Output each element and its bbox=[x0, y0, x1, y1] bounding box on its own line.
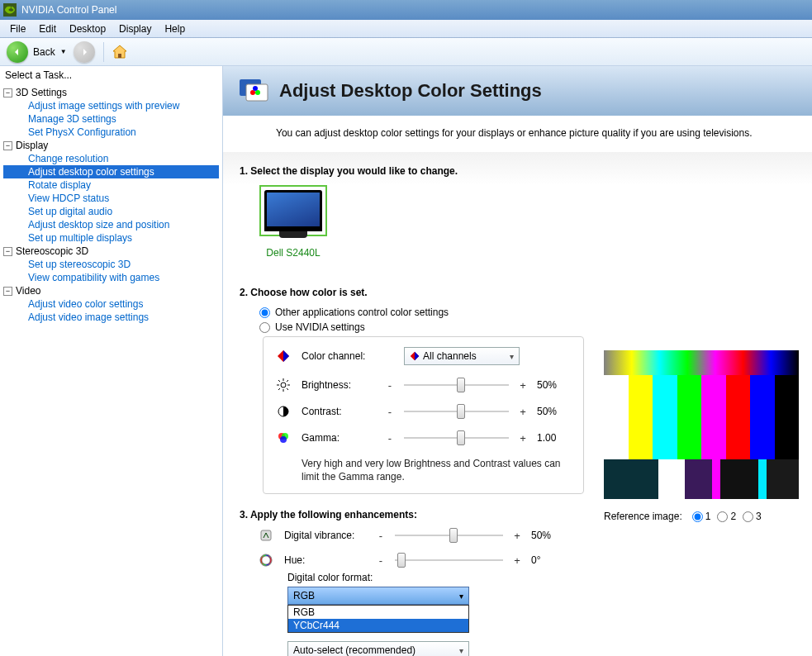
collapse-icon[interactable]: − bbox=[3, 247, 12, 256]
dynamic-range-select[interactable]: Auto-select (recommended) bbox=[287, 641, 469, 656]
contrast-plus[interactable]: + bbox=[517, 406, 529, 418]
gamma-label: Gamma: bbox=[302, 432, 376, 444]
tree-category[interactable]: −Video bbox=[3, 284, 219, 297]
contrast-slider[interactable] bbox=[404, 411, 509, 412]
tree-category[interactable]: −Display bbox=[3, 139, 219, 152]
back-label: Back bbox=[33, 46, 55, 58]
menu-desktop[interactable]: Desktop bbox=[63, 21, 112, 37]
tree-item[interactable]: Adjust desktop color settings bbox=[3, 165, 219, 178]
svg-point-3 bbox=[250, 90, 255, 95]
tree-category[interactable]: −3D Settings bbox=[3, 86, 219, 99]
gamma-icon bbox=[277, 431, 290, 444]
page-header-icon bbox=[236, 74, 269, 107]
collapse-icon[interactable]: − bbox=[3, 141, 12, 150]
svg-point-22 bbox=[280, 436, 287, 443]
radio-other-apps-label: Other applications control color setting… bbox=[275, 307, 449, 318]
svg-point-25 bbox=[261, 555, 271, 565]
tree-item[interactable]: Set up stereoscopic 3D bbox=[3, 258, 219, 271]
brightness-icon bbox=[277, 378, 290, 392]
step1-heading: 1. Select the display you would like to … bbox=[240, 165, 584, 177]
display-label: Dell S2440L bbox=[259, 247, 327, 259]
digital-vibrance-label: Digital vibrance: bbox=[284, 530, 367, 541]
gamma-minus[interactable]: - bbox=[384, 432, 396, 444]
svg-marker-9 bbox=[415, 352, 419, 361]
menu-edit[interactable]: Edit bbox=[32, 21, 63, 37]
reference-image-option-2[interactable]: 2 bbox=[717, 511, 736, 522]
svg-line-15 bbox=[278, 380, 280, 382]
window-title: NVIDIA Control Panel bbox=[21, 4, 116, 16]
vibrance-plus[interactable]: + bbox=[511, 530, 523, 542]
tree-item[interactable]: Adjust image settings with preview bbox=[3, 99, 219, 112]
hue-value: 0° bbox=[531, 554, 564, 566]
menu-display[interactable]: Display bbox=[112, 21, 158, 37]
tree-item[interactable]: Adjust video color settings bbox=[3, 297, 219, 311]
reference-image-preview bbox=[604, 350, 799, 499]
contrast-minus[interactable]: - bbox=[384, 406, 396, 418]
tree-item[interactable]: View HDCP status bbox=[3, 192, 219, 205]
radio-other-apps-input[interactable] bbox=[259, 307, 270, 318]
gamma-plus[interactable]: + bbox=[517, 432, 529, 444]
color-channel-select[interactable]: All channels bbox=[404, 347, 520, 365]
forward-button[interactable] bbox=[74, 41, 95, 63]
vibrance-slider[interactable] bbox=[395, 535, 503, 536]
page-header: Adjust Desktop Color Settings bbox=[223, 66, 812, 116]
radio-use-nvidia[interactable]: Use NVIDIA settings bbox=[259, 321, 584, 333]
radio-use-nvidia-input[interactable] bbox=[259, 322, 270, 333]
back-history-dropdown[interactable]: ▼ bbox=[60, 48, 67, 55]
svg-marker-7 bbox=[283, 350, 289, 362]
color-channel-value: All channels bbox=[423, 350, 477, 362]
brightness-label: Brightness: bbox=[302, 379, 376, 391]
home-button[interactable] bbox=[111, 43, 129, 61]
task-sidebar-header: Select a Task... bbox=[0, 66, 222, 84]
svg-point-4 bbox=[255, 90, 260, 95]
vibrance-value: 50% bbox=[531, 530, 564, 541]
tree-item[interactable]: Set up multiple displays bbox=[3, 231, 219, 245]
page-title: Adjust Desktop Color Settings bbox=[279, 80, 542, 102]
reference-image-selector: Reference image: 1 2 3 bbox=[604, 511, 799, 522]
task-tree: −3D SettingsAdjust image settings with p… bbox=[0, 84, 222, 326]
contrast-value: 50% bbox=[537, 406, 570, 417]
collapse-icon[interactable]: − bbox=[3, 287, 12, 296]
tree-item[interactable]: View compatibility with games bbox=[3, 271, 219, 284]
radio-other-apps[interactable]: Other applications control color setting… bbox=[259, 307, 584, 318]
brightness-plus[interactable]: + bbox=[517, 379, 529, 392]
menu-file[interactable]: File bbox=[3, 21, 32, 37]
display-thumbnail[interactable]: Dell S2440L bbox=[259, 185, 327, 259]
digital-color-format-listbox[interactable]: RGBYCbCr444 bbox=[287, 605, 469, 633]
back-button[interactable] bbox=[7, 41, 28, 63]
brightness-minus[interactable]: - bbox=[384, 379, 396, 392]
vibrance-minus[interactable]: - bbox=[375, 530, 387, 542]
tree-item[interactable]: Adjust desktop size and position bbox=[3, 218, 219, 231]
digital-color-format-option[interactable]: RGB bbox=[288, 606, 468, 619]
menu-help[interactable]: Help bbox=[158, 21, 192, 37]
brightness-slider[interactable] bbox=[404, 384, 509, 386]
digital-color-format-select[interactable]: RGB RGBYCbCr444 bbox=[287, 587, 469, 633]
collapse-icon[interactable]: − bbox=[3, 88, 12, 97]
step2-heading: 2. Choose how color is set. bbox=[240, 287, 584, 298]
digital-color-format-value: RGB bbox=[293, 590, 315, 601]
tree-item[interactable]: Set PhysX Configuration bbox=[3, 126, 219, 139]
nvidia-app-icon bbox=[3, 3, 17, 17]
svg-point-10 bbox=[281, 383, 286, 387]
reference-image-option-3[interactable]: 3 bbox=[743, 511, 762, 522]
tree-item[interactable]: Manage 3D settings bbox=[3, 112, 219, 126]
contrast-icon bbox=[277, 405, 290, 418]
color-channel-icon bbox=[277, 349, 290, 363]
digital-color-format-option[interactable]: YCbCr444 bbox=[288, 619, 468, 632]
svg-line-18 bbox=[278, 388, 280, 390]
tree-item[interactable]: Adjust video image settings bbox=[3, 311, 219, 324]
hue-icon bbox=[259, 554, 273, 567]
svg-line-16 bbox=[287, 388, 288, 390]
tree-category[interactable]: −Stereoscopic 3D bbox=[3, 245, 219, 258]
window-titlebar: NVIDIA Control Panel bbox=[0, 0, 812, 20]
main-panel: Adjust Desktop Color Settings You can ad… bbox=[223, 66, 812, 656]
tree-item[interactable]: Rotate display bbox=[3, 178, 219, 192]
monitor-icon bbox=[264, 190, 322, 231]
tree-item[interactable]: Set up digital audio bbox=[3, 205, 219, 218]
reference-image-option-1[interactable]: 1 bbox=[692, 511, 711, 522]
gamma-slider[interactable] bbox=[404, 437, 509, 439]
tree-item[interactable]: Change resolution bbox=[3, 152, 219, 165]
hue-minus[interactable]: - bbox=[375, 554, 387, 567]
hue-slider[interactable] bbox=[395, 559, 503, 561]
hue-plus[interactable]: + bbox=[511, 554, 523, 567]
